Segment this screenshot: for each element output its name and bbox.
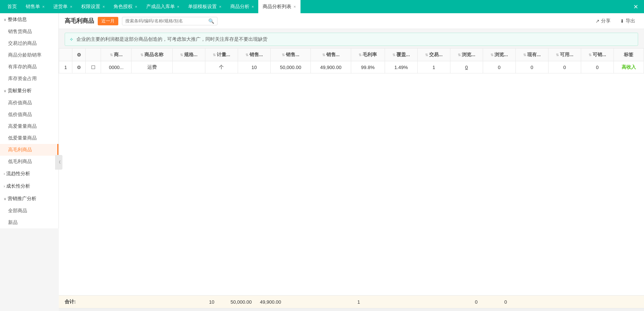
sidebar-item-高毛利商品[interactable]: 高毛利商品 (0, 144, 58, 156)
footer-available: 0 (461, 299, 491, 305)
nav-close-icon[interactable]: × (135, 4, 137, 9)
nav-item-单据模板设置[interactable]: 单据模板设置× (184, 0, 226, 13)
sidebar-item-低爱量量商品[interactable]: 低爱量量商品 (0, 132, 58, 144)
col-browse2[interactable]: ⇅浏览... (483, 48, 515, 61)
nav-close-icon[interactable]: × (252, 4, 254, 9)
nav-close-icon[interactable]: × (177, 4, 179, 9)
col-sales_qty[interactable]: ⇅销售... (238, 48, 270, 61)
sidebar-section-整体信息[interactable]: ∨整体信息 (0, 13, 58, 26)
cell-gross_rate: 99.8% (351, 61, 385, 73)
row-number: 1 (59, 61, 72, 73)
col-sales_cost[interactable]: ⇅销售... (311, 48, 351, 61)
col-code[interactable]: ⇅商... (101, 48, 132, 61)
sidebar-item-交易过的商品[interactable]: 交易过的商品 (0, 37, 58, 49)
cell-coverage: 1.49% (385, 61, 417, 73)
section-arrow-icon: ∨ (4, 89, 6, 93)
col-browse1[interactable]: ⇅浏览... (450, 48, 483, 61)
nav-item-商品分析[interactable]: 商品分析× (226, 0, 258, 13)
horizontal-scrollbar[interactable] (59, 308, 644, 311)
nav-item-首页[interactable]: 首页 (3, 0, 21, 13)
col-index (59, 48, 72, 61)
nav-item-产成品入库单[interactable]: 产成品入库单× (142, 0, 184, 13)
cell-settings_val: ⚙ (72, 61, 86, 73)
tip-bar: ✧ 企业的主要的利润都是这部分商品创造的，可考虑加大推广，同时关注库存是不要出现… (65, 33, 638, 46)
footer-label: 合计: (65, 299, 76, 305)
footer-sales-cost: 49,900.00 (256, 299, 285, 305)
cell-transaction: 1 (417, 61, 450, 73)
cell-sales_cost: 49,900.00 (311, 61, 351, 73)
sidebar-item-商品分龄助销率[interactable]: 商品分龄助销率 (0, 49, 58, 61)
nav-close-icon[interactable]: × (42, 4, 44, 9)
nav-item-销售单[interactable]: 销售单× (21, 0, 49, 13)
nav-item-商品分析列表[interactable]: 商品分析列表× (258, 0, 300, 13)
filter-recent-month-button[interactable]: 近一月 (98, 17, 118, 25)
cell-unit: 个 (205, 61, 238, 73)
nav-close-icon[interactable]: × (102, 4, 105, 9)
cell-sales_amt: 50,000.00 (270, 61, 311, 73)
cell-sellable: 0 (581, 61, 614, 73)
sort-icon: ⇅ (245, 53, 248, 57)
sort-icon: ⇅ (359, 53, 361, 57)
sort-icon: ⇅ (282, 53, 285, 57)
data-table: ⚙⇅商...⇅商品名称⇅规格...⇅计量...⇅销售...⇅销售...⇅销售..… (59, 48, 644, 73)
nav-item-角色授权[interactable]: 角色授权× (109, 0, 141, 13)
nav-item-进货单[interactable]: 进货单× (49, 0, 76, 13)
search-box: 🔍 (122, 17, 217, 25)
sort-icon: ⇅ (392, 53, 395, 57)
footer-transaction: 1 (344, 299, 373, 305)
sidebar-item-高价值商品[interactable]: 高价值商品 (0, 97, 58, 109)
nav-close-icon[interactable]: × (294, 4, 296, 9)
sort-icon: ⇅ (110, 53, 113, 57)
cell-spec (172, 61, 205, 73)
tip-text: 企业的主要的利润都是这部分商品创造的，可考虑加大推广，同时关注库存是不要出现缺货 (76, 36, 267, 43)
col-unit[interactable]: ⇅计量... (205, 48, 238, 61)
footer-sales-qty: 10 (197, 299, 226, 305)
sidebar-section-流趋性分析[interactable]: ›流趋性分析 (0, 167, 58, 180)
cell-current_stock: 0 (515, 61, 548, 73)
col-spec[interactable]: ⇅规格... (172, 48, 205, 61)
col-name[interactable]: ⇅商品名称 (132, 48, 172, 61)
window-close-button[interactable]: ✕ (630, 3, 641, 10)
sidebar-item-低价值商品[interactable]: 低价值商品 (0, 109, 58, 120)
nav-item-权限设置[interactable]: 权限设置× (77, 0, 109, 13)
tip-icon: ✧ (69, 37, 73, 42)
sidebar-item-高爱量量商品[interactable]: 高爱量量商品 (0, 120, 58, 132)
col-checkbox (86, 48, 101, 61)
cell-browse1[interactable]: 0 (450, 61, 483, 73)
col-gross_rate[interactable]: ⇅毛利率 (351, 48, 385, 61)
sort-icon: ⇅ (322, 53, 325, 57)
sidebar-item-销售货商品[interactable]: 销售货商品 (0, 26, 58, 37)
share-button[interactable]: ↗ 分享 (593, 16, 614, 26)
sidebar-item-库存资金占用[interactable]: 库存资金占用 (0, 73, 58, 84)
sidebar-item-有库存的商品[interactable]: 有库存的商品 (0, 61, 58, 73)
section-arrow-icon: ∨ (4, 197, 6, 201)
sidebar-item-新品[interactable]: 新品 (0, 217, 58, 228)
col-tag: 标签 (614, 48, 644, 61)
footer-totals: 合计: 10 50,000.00 49,900.00 1 0 0 (59, 295, 644, 308)
sidebar-section-成长性分析[interactable]: ›成长性分析 (0, 180, 58, 192)
nav-close-icon[interactable]: × (70, 4, 72, 9)
cell-tag: 高收入 (614, 61, 644, 73)
col-available[interactable]: ⇅可用... (548, 48, 581, 61)
search-icon[interactable]: 🔍 (208, 18, 214, 24)
section-arrow-icon: › (4, 184, 5, 188)
sidebar-collapse-button[interactable]: 《 (55, 155, 62, 170)
table-row: 1⚙☐0000...运费个1050,000.0049,900.0099.8%1.… (59, 61, 644, 73)
sidebar-section-贡献量分析[interactable]: ∨贡献量分析 (0, 84, 58, 97)
col-sellable[interactable]: ⇅可销... (581, 48, 614, 61)
nav-close-icon[interactable]: × (219, 4, 221, 9)
cell-available: 0 (548, 61, 581, 73)
sort-icon: ⇅ (556, 53, 559, 57)
col-current_stock[interactable]: ⇅现有... (515, 48, 548, 61)
sidebar-item-低毛利商品[interactable]: 低毛利商品 (0, 156, 58, 167)
top-navigation: 首页销售单×进货单×权限设置×角色授权×产成品入库单×单据模板设置×商品分析×商… (0, 0, 644, 13)
col-sales_amt[interactable]: ⇅销售... (270, 48, 311, 61)
search-input[interactable] (125, 18, 208, 23)
col-coverage[interactable]: ⇅覆盖... (385, 48, 417, 61)
export-button[interactable]: ⬇ 导出 (617, 16, 638, 26)
sidebar-section-营销推广分析[interactable]: ∨营销推广分析 (0, 192, 58, 205)
sidebar-item-全部商品[interactable]: 全部商品 (0, 205, 58, 217)
footer-sellable: 0 (491, 299, 520, 305)
sort-icon: ⇅ (490, 53, 493, 57)
col-transaction[interactable]: ⇅交易... (417, 48, 450, 61)
